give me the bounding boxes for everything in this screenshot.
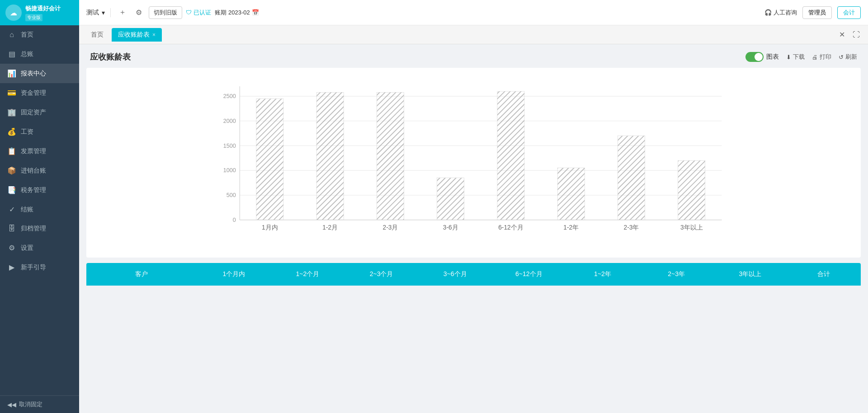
guide-icon: ▶ xyxy=(7,263,16,272)
table-header-cell: 3年以上 xyxy=(713,263,787,286)
consult-button[interactable]: 🎧 人工咨询 xyxy=(764,9,797,17)
sidebar-item-home[interactable]: ⌂ 首页 xyxy=(0,25,79,44)
page-title: 应收账龄表 xyxy=(90,52,131,62)
svg-rect-28 xyxy=(497,91,524,220)
chart-toggle-label: 图表 xyxy=(766,53,779,61)
svg-rect-30 xyxy=(557,168,585,220)
download-button[interactable]: ⬇ 下载 xyxy=(786,53,805,61)
sidebar-item-label: 固定资产 xyxy=(21,108,46,117)
svg-rect-22 xyxy=(316,92,344,220)
svg-text:2-3月: 2-3月 xyxy=(383,224,398,231)
calendar-icon[interactable]: 📅 xyxy=(252,9,259,16)
refresh-button[interactable]: ↺ 刷新 xyxy=(839,53,857,61)
sidebar-item-label: 结账 xyxy=(21,206,33,214)
assets-icon: 🏢 xyxy=(7,108,16,117)
table-header-cell: 1个月内 xyxy=(197,263,271,286)
svg-text:3年以上: 3年以上 xyxy=(680,224,703,231)
content-scroll: 应收账龄表 图表 ⬇ 下载 🖨 打印 ↺ xyxy=(79,44,868,413)
tab-label: 首页 xyxy=(91,31,104,39)
switch-version-button[interactable]: 切到旧版 xyxy=(149,6,182,19)
reports-icon: 📊 xyxy=(7,69,16,78)
topbar-right: 🎧 人工咨询 管理员 会计 xyxy=(764,6,861,19)
svg-text:500: 500 xyxy=(226,192,236,198)
print-button[interactable]: 🖨 打印 xyxy=(812,53,831,61)
table-header-cell: 1~2个月 xyxy=(271,263,344,286)
home-icon: ⌂ xyxy=(7,31,16,39)
svg-rect-24 xyxy=(377,92,404,220)
svg-rect-20 xyxy=(256,99,283,220)
tax-icon: 📑 xyxy=(7,186,16,194)
page-actions: 图表 ⬇ 下载 🖨 打印 ↺ 刷新 xyxy=(745,52,857,62)
verified-badge: 🛡 已认证 xyxy=(186,9,211,17)
main-area: 测试 ▾ ＋ ⚙ 切到旧版 🛡 已认证 账期 2023-02 📅 🎧 人工咨询 … xyxy=(79,0,868,413)
chart-toggle[interactable] xyxy=(745,52,764,62)
logo-text: 畅捷通好会计 专业版 xyxy=(25,5,61,21)
salary-icon: 💰 xyxy=(7,127,16,136)
sidebar-item-tax[interactable]: 📑 税务管理 xyxy=(0,180,79,200)
sidebar-item-assets[interactable]: 🏢 固定资产 xyxy=(0,103,79,122)
sidebar-item-purchase[interactable]: 📦 进销台账 xyxy=(0,161,79,180)
sidebar-item-ledger[interactable]: ▤ 总账 xyxy=(0,44,79,64)
logo-icon: ☁ xyxy=(5,5,22,21)
archive-icon: 🗄 xyxy=(7,225,16,233)
chart-svg: 050010001500200025001月内1-2月2-3月3-6月6-12个… xyxy=(95,77,852,249)
tab-home[interactable]: 首页 xyxy=(85,28,110,42)
svg-text:2-3年: 2-3年 xyxy=(624,224,639,231)
svg-text:0: 0 xyxy=(233,217,236,223)
tab-close-icon[interactable]: × xyxy=(152,32,156,38)
chart-toggle-group: 图表 xyxy=(745,52,779,62)
sidebar-item-archive[interactable]: 🗄 归档管理 xyxy=(0,219,79,238)
user-button[interactable]: 管理员 xyxy=(802,6,832,19)
capital-icon: 💳 xyxy=(7,89,16,97)
invoice-icon: 📋 xyxy=(7,147,16,155)
role-button[interactable]: 会计 xyxy=(837,6,861,19)
svg-text:2000: 2000 xyxy=(223,118,236,124)
table-header-cell: 客户 xyxy=(86,263,197,286)
sidebar-item-label: 进销台账 xyxy=(21,167,46,175)
project-selector[interactable]: 测试 ▾ xyxy=(86,9,105,17)
sidebar: ☁ 畅捷通好会计 专业版 ⌂ 首页 ▤ 总账 📊 报表中心 💳 资金管理 🏢 固… xyxy=(0,0,79,413)
close-tab-button[interactable]: ✕ xyxy=(835,28,848,41)
svg-rect-34 xyxy=(678,160,705,220)
topbar: 测试 ▾ ＋ ⚙ 切到旧版 🛡 已认证 账期 2023-02 📅 🎧 人工咨询 … xyxy=(79,0,868,25)
sidebar-item-label: 发票管理 xyxy=(21,147,46,155)
purchase-icon: 📦 xyxy=(7,166,16,175)
period-display: 账期 2023-02 📅 xyxy=(215,9,259,17)
sidebar-item-label: 税务管理 xyxy=(21,186,46,194)
svg-text:1月内: 1月内 xyxy=(262,224,278,231)
sidebar-item-label: 报表中心 xyxy=(21,70,46,78)
project-name: 测试 xyxy=(86,9,99,17)
content-area: 应收账龄表 图表 ⬇ 下载 🖨 打印 ↺ xyxy=(79,44,868,413)
add-button[interactable]: ＋ xyxy=(116,6,129,19)
sidebar-logo: ☁ 畅捷通好会计 专业版 xyxy=(0,0,79,25)
sidebar-item-label: 设置 xyxy=(21,244,33,252)
sidebar-item-label: 总账 xyxy=(21,50,33,58)
tab-aging[interactable]: 应收账龄表× xyxy=(112,28,162,42)
table-header-cell: 6~12个月 xyxy=(492,263,566,286)
tab-actions: ✕ ⛶ xyxy=(835,28,863,41)
expand-button[interactable]: ⛶ xyxy=(850,28,863,41)
sidebar-item-capital[interactable]: 💳 资金管理 xyxy=(0,83,79,103)
sidebar-pin-toggle[interactable]: ◀◀ 取消固定 xyxy=(0,395,79,413)
sidebar-item-closing[interactable]: ✓ 结账 xyxy=(0,200,79,219)
sidebar-item-settings[interactable]: ⚙ 设置 xyxy=(0,238,79,258)
sidebar-item-invoice[interactable]: 📋 发票管理 xyxy=(0,141,79,161)
table-header-cell: 1~2年 xyxy=(566,263,639,286)
tab-label: 应收账龄表 xyxy=(118,31,150,39)
sidebar-item-guide[interactable]: ▶ 新手引导 xyxy=(0,258,79,277)
svg-rect-26 xyxy=(437,178,464,220)
settings-icon: ⚙ xyxy=(7,244,16,252)
settings-button[interactable]: ⚙ xyxy=(132,6,145,19)
table-header-cell: 3~6个月 xyxy=(418,263,492,286)
table-section: 客户1个月内1~2个月2~3个月3~6个月6~12个月1~2年2~3年3年以上合… xyxy=(86,263,861,286)
refresh-icon: ↺ xyxy=(839,54,844,61)
print-icon: 🖨 xyxy=(812,54,818,61)
chart-section: 050010001500200025001月内1-2月2-3月3-6月6-12个… xyxy=(86,68,861,258)
ledger-icon: ▤ xyxy=(7,50,16,58)
table-header: 客户1个月内1~2个月2~3个月3~6个月6~12个月1~2年2~3年3年以上合… xyxy=(86,263,861,286)
sidebar-item-label: 资金管理 xyxy=(21,89,46,97)
sidebar-item-label: 首页 xyxy=(21,31,33,39)
sidebar-item-reports[interactable]: 📊 报表中心 xyxy=(0,64,79,83)
sidebar-item-salary[interactable]: 💰 工资 xyxy=(0,122,79,141)
divider xyxy=(110,8,111,17)
